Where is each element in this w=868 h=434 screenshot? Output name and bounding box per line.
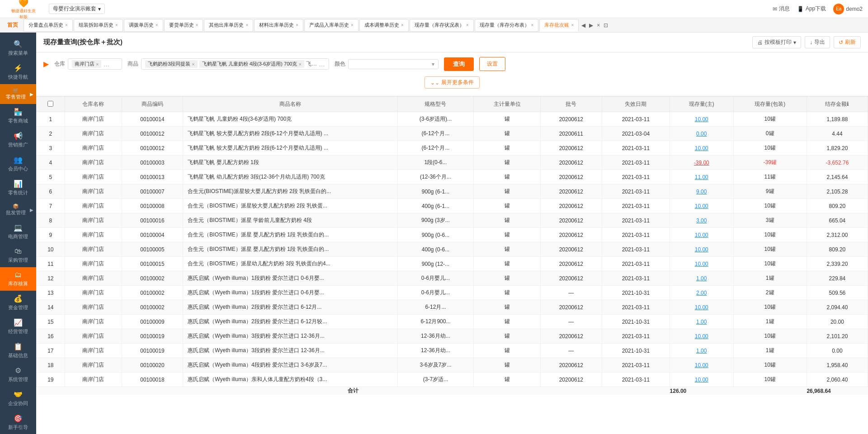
tab-chenbendiaozheng[interactable]: 成本调整单历史 × <box>359 19 409 32</box>
cell-qty-pkg: 10罐 <box>733 228 807 242</box>
sidebar-item-quick[interactable]: ⚡ 快捷导航 <box>0 60 36 84</box>
tab-close-chenbendiaozheng[interactable]: × <box>401 23 404 28</box>
cell-qty-main[interactable]: 9.00 <box>670 184 733 199</box>
phone-icon: 📱 <box>797 6 804 12</box>
expand-more-btn[interactable]: ⌄⌄ 展开更多条件 <box>425 76 480 89</box>
product-tag2-remove[interactable]: × <box>298 61 301 67</box>
cell-qty-pkg: 10罐 <box>733 141 807 156</box>
sidebar-item-retail-stats[interactable]: 📊 零售统计 <box>0 176 36 200</box>
tab-kucunpicizh[interactable]: 库存批次账 × <box>539 19 579 32</box>
settings-btn[interactable]: 设置 <box>479 57 505 71</box>
tab-xiancunliangfenbu[interactable]: 现存量（库存分布表） × <box>475 19 539 32</box>
cell-qty-main[interactable]: 10.00 <box>670 141 733 156</box>
cell-qty-main[interactable]: 3.00 <box>670 213 733 228</box>
table-row: 8 南岸门店 00100016 合生元（BIOSTIME）派星 学龄前儿童配方奶… <box>37 213 868 228</box>
tab-nav-prev[interactable]: ◀ <box>580 21 587 29</box>
sidebar-item-system[interactable]: ⚙ 系统管理 <box>0 363 36 387</box>
tab-close-chengpinruku[interactable]: × <box>351 23 354 28</box>
export-btn[interactable]: ↓ 导出 <box>805 36 830 48</box>
cell-qty-main[interactable]: 1.00 <box>670 315 733 329</box>
tab-nav-next[interactable]: ▶ <box>587 21 595 29</box>
tab-close-kufenbu[interactable]: × <box>531 23 534 28</box>
tab-yaohuodan[interactable]: 要货单历史 × <box>164 19 203 32</box>
table-row: 3 南岸门店 00100012 飞鹤星飞帆 较大婴儿配方奶粉 2段(6-12个月… <box>37 141 868 156</box>
tab-nav-close[interactable]: × <box>595 21 602 29</box>
tab-fenpan[interactable]: 分量盘点单历史 × <box>24 19 73 32</box>
refresh-btn[interactable]: ↺ 刷新 <box>834 36 861 48</box>
cell-qty-main[interactable]: 10.00 <box>670 112 733 127</box>
table-row: 5 南岸门店 00100013 飞鹤星飞帆 幼儿配方奶粉 3段(12-36个月幼… <box>37 170 868 184</box>
warehouse-tag-box[interactable]: 南岸门店 × … <box>68 58 122 70</box>
product-tag1-remove[interactable]: × <box>192 61 194 67</box>
tab-close-diaobodanl[interactable]: × <box>156 23 158 28</box>
product-tag-box[interactable]: 飞鹤奶粉3段同提装 × 飞鹤星飞帆 儿童奶粉 4段(3-6岁适用) 700克 ×… <box>141 58 329 70</box>
tab-close-yaohuodan[interactable]: × <box>196 23 198 28</box>
sidebar-item-collab[interactable]: 🤝 企业协同 <box>0 387 36 410</box>
sidebar-item-guide[interactable]: 🎯 新手引导 <box>0 410 36 434</box>
cell-qty-pkg: 3罐 <box>733 213 807 228</box>
sidebar-item-purchase[interactable]: 🛍 采购管理 <box>0 244 36 267</box>
sidebar-item-mall[interactable]: 🏪 零售商城 <box>0 104 36 128</box>
tab-close-kucunpici[interactable]: × <box>571 23 574 28</box>
cell-qty-main[interactable]: 10.00 <box>670 300 733 315</box>
tab-nav-menu[interactable]: ⊡ <box>602 21 610 29</box>
tab-diaobodanl[interactable]: 调拨单历史 × <box>124 19 163 32</box>
cell-qty-main[interactable]: 2.00 <box>670 286 733 300</box>
tab-xiancunliangkuCang[interactable]: 现存量（库存状况表） × <box>410 19 474 32</box>
sidebar-item-retail[interactable]: 🛒 零售管理 ▶ <box>0 84 36 104</box>
cell-qty-main[interactable]: 10.00 <box>670 373 733 387</box>
sidebar-item-marketing[interactable]: 📢 营销推广 <box>0 128 36 152</box>
cell-qty-main[interactable]: 0.00 <box>670 127 733 141</box>
cell-expire: 2021-03-11 <box>602 271 670 286</box>
table-row: 14 南岸门店 00100002 惠氏启赋（Wyeth illuma）2段奶粉 … <box>37 300 868 315</box>
tab-close-qitachuku[interactable]: × <box>245 23 248 28</box>
warehouse-label: 仓库 <box>54 60 65 68</box>
expand-filter-arrow[interactable]: ▶ <box>43 60 49 68</box>
tab-close-zuzhichexiao[interactable]: × <box>115 23 118 28</box>
sidebar-item-member[interactable]: 👥 会员中心 <box>0 152 36 176</box>
tab-close-cailiaochu[interactable]: × <box>296 23 298 28</box>
tab-zuzhichexiao[interactable]: 组装拆卸单历史 × <box>74 19 123 32</box>
cell-qty-main[interactable]: -39.00 <box>670 156 733 170</box>
cell-amount: 2,105.28 <box>807 184 868 199</box>
cell-qty-main[interactable]: 1.00 <box>670 271 733 286</box>
sidebar-item-finance[interactable]: 💰 资金管理 <box>0 291 36 315</box>
cell-batch: — <box>540 315 602 329</box>
industry-select[interactable]: 母婴行业演示账套 ▾ <box>49 4 105 14</box>
tab-close-fenpan[interactable]: × <box>65 23 68 28</box>
color-tag-box[interactable]: ▾ <box>348 59 439 69</box>
template-print-btn[interactable]: 🖨 按模板打印 ▾ <box>752 36 801 48</box>
tab-chengpinruku[interactable]: 产成品入库单历史 × <box>304 19 359 32</box>
tab-home[interactable]: 首页 <box>2 21 24 29</box>
sidebar-item-ecommerce[interactable]: 💻 电商管理 <box>0 220 36 244</box>
tab-qitachuku[interactable]: 其他出库单历史 × <box>204 19 253 32</box>
query-btn[interactable]: 查询 <box>444 57 474 71</box>
warehouse-tag-remove[interactable]: × <box>96 61 99 67</box>
select-all-checkbox[interactable] <box>47 101 53 107</box>
cell-amount: 4.44 <box>807 127 868 141</box>
sidebar-item-operation[interactable]: 📈 经营管理 <box>0 315 36 339</box>
sidebar-item-basicinfo[interactable]: 📋 基础信息 <box>0 339 36 363</box>
cell-qty-main[interactable]: 10.00 <box>670 242 733 257</box>
page-title: 现存量查询(按仓库＋批次) <box>43 38 123 47</box>
cell-expire: 2021-03-11 <box>602 358 670 373</box>
cell-qty-main[interactable]: 10.00 <box>670 329 733 344</box>
message-btn[interactable]: ✉ 消息 <box>773 5 790 13</box>
user-avatar[interactable]: Ea demo2 <box>833 4 863 14</box>
cell-spec: 900g (12-... <box>397 257 473 271</box>
cell-qty-pkg: 10罐 <box>733 112 807 127</box>
cell-qty-main[interactable]: 10.00 <box>670 228 733 242</box>
cell-qty-main[interactable]: 10.00 <box>670 257 733 271</box>
cell-qty-main[interactable]: 10.00 <box>670 358 733 373</box>
tab-close-kuzhuangkuang[interactable]: × <box>466 23 469 28</box>
sidebar-item-search[interactable]: 🔍 搜索菜单 <box>0 36 36 60</box>
cell-qty-main[interactable]: 1.00 <box>670 344 733 358</box>
app-download-btn[interactable]: 📱 App下载 <box>797 5 826 13</box>
table-row: 9 南岸门店 00100004 合生元（BIOSTIME）派星 婴儿配方奶粉 1… <box>37 228 868 242</box>
cell-qty-main[interactable]: 10.00 <box>670 199 733 213</box>
sidebar-item-inventory[interactable]: 🗂 库存核算 <box>0 267 36 291</box>
sidebar-item-wholesale[interactable]: 📦 批发管理 ▶ <box>0 200 36 220</box>
tab-cailiaochu[interactable]: 材料出库单历史 × <box>254 19 303 32</box>
cell-qty-main[interactable]: 11.00 <box>670 170 733 184</box>
cell-unit: 罐 <box>474 199 541 213</box>
